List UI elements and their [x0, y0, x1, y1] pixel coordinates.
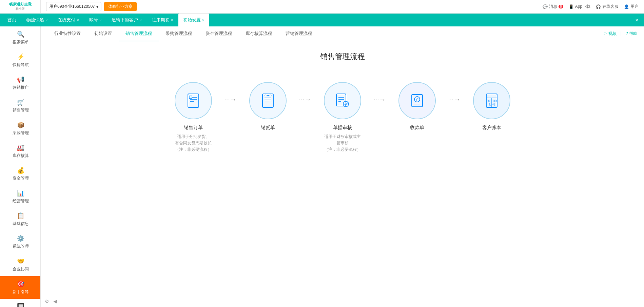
doc-review-icon	[334, 92, 351, 109]
sub-tab-purchase-flow[interactable]: 采购管理流程	[159, 26, 199, 41]
video-help-link[interactable]: ▷ 视频	[603, 31, 617, 37]
nav-tabs: 首页 物流快递 × 在线支付 × 账号 × 邀请下游客户 × 往来期初 × 初始…	[0, 14, 644, 26]
settings-bottom-icon[interactable]: ⚙	[45, 299, 49, 304]
inventory-icon: 🏭	[17, 144, 24, 151]
enterprise-coop-icon: 🤝	[17, 258, 24, 265]
nav-tab-home[interactable]: 首页	[3, 14, 21, 26]
sidebar-item-operations[interactable]: 📊 经营管理	[0, 185, 40, 208]
flow-item-receipt: ¥ 收款单	[390, 82, 444, 134]
message-link[interactable]: 💬 消息 6	[543, 4, 563, 9]
message-badge: 6	[559, 5, 563, 8]
help-link[interactable]: ? 帮助	[626, 31, 637, 37]
help-label: 帮助	[629, 31, 637, 36]
sidebar-item-sales-label: 销售管理	[13, 107, 29, 113]
system-icon: ⚙️	[17, 235, 24, 242]
flow-title-doc-review: 单据审核	[333, 125, 352, 131]
sidebar-item-purchase[interactable]: 📦 采购管理	[0, 117, 40, 140]
sidebar-item-operations-label: 经营管理	[13, 198, 29, 204]
sub-tab-inventory-flow-label: 库存核算流程	[246, 30, 272, 37]
sidebar-item-quick-nav[interactable]: ⚡ 快捷导航	[0, 49, 40, 72]
sales-order-icon	[184, 92, 202, 109]
flow-title-receipt: 收款单	[410, 125, 424, 131]
sidebar-item-app-center[interactable]: 🔲 应用中心	[0, 299, 40, 307]
sidebar-item-finance[interactable]: 💰 资金管理	[0, 163, 40, 185]
sidebar-item-basic-info-label: 基础信息	[13, 221, 29, 227]
nav-tab-init-close[interactable]: ×	[202, 18, 204, 22]
customer-ledger-icon: ¥ 123 收 付	[483, 92, 501, 109]
online-service-label: 在线客服	[602, 4, 619, 9]
logo-subtitle: 标准版	[16, 7, 25, 11]
sub-tab-purchase-flow-label: 采购管理流程	[165, 30, 192, 37]
basic-info-icon: 📋	[17, 212, 24, 220]
nav-tab-invite[interactable]: 邀请下游客户 ×	[107, 14, 146, 26]
nav-tab-payment-label: 在线支付	[58, 17, 75, 23]
sidebar-item-new-guide[interactable]: 🎯 新手引导	[0, 276, 40, 299]
sub-tabs-left: 行业特性设置 初始设置 销售管理流程 采购管理流程 资金管理流程 库存核算流程	[47, 26, 319, 41]
sub-tab-marketing-flow-label: 营销管理流程	[286, 30, 312, 37]
nav-tab-init[interactable]: 初始设置 ×	[178, 14, 209, 26]
chevron-down-icon: ▾	[96, 4, 98, 9]
quick-nav-icon: ⚡	[17, 53, 24, 61]
sidebar-item-search-label: 搜索菜单	[13, 39, 29, 45]
marketing-icon: 📢	[17, 76, 24, 83]
user-avatar-icon: 👤	[624, 4, 629, 9]
close-all-tabs[interactable]: ✕	[632, 18, 641, 23]
flow-item-sales-invoice: 销货单	[241, 82, 295, 134]
nav-tab-payment-close[interactable]: ×	[77, 18, 79, 22]
user-label: 用户	[630, 4, 639, 9]
nav-tab-period-label: 往来期初	[152, 17, 170, 23]
nav-tab-payment[interactable]: 在线支付 ×	[53, 14, 83, 26]
nav-tab-invite-label: 邀请下游客户	[112, 17, 138, 23]
online-service-link[interactable]: 🎧 在线客服	[596, 4, 619, 9]
sidebar-item-sales[interactable]: 🛒 销售管理	[0, 95, 40, 117]
sidebar-item-new-guide-label: 新手引导	[13, 289, 29, 295]
new-guide-icon: 🎯	[17, 280, 24, 288]
receipt-icon: ¥	[408, 92, 426, 109]
sidebar-item-system[interactable]: ⚙️ 系统管理	[0, 231, 40, 253]
nav-tab-invite-close[interactable]: ×	[139, 18, 141, 22]
sub-tab-sales-flow[interactable]: 销售管理流程	[119, 26, 159, 41]
svg-text:收: 收	[488, 103, 491, 106]
sidebar: 🔍 搜索菜单 ⚡ 快捷导航 📢 营销推广 🛒 销售管理 📦 采购管理 🏭 库存核…	[0, 26, 41, 307]
purchase-icon: 📦	[17, 121, 24, 129]
message-icon: 💬	[543, 4, 548, 9]
app-download-link[interactable]: 📱 App下载	[569, 4, 590, 9]
svg-rect-4	[189, 96, 192, 99]
finance-icon: 💰	[17, 167, 24, 174]
nav-tab-logistics-label: 物流快递	[26, 17, 44, 23]
flow-item-doc-review: 单据审核 适用于财务审核或主管审核（注：非必要流程）	[315, 82, 370, 153]
sub-tab-inventory-flow[interactable]: 库存核算流程	[239, 26, 279, 41]
sidebar-item-marketing[interactable]: 📢 营销推广	[0, 72, 40, 95]
user-selector[interactable]: 用户690企业1660120507 ▾	[46, 2, 101, 11]
nav-tab-init-label: 初始设置	[183, 17, 201, 23]
sidebar-item-inventory[interactable]: 🏭 库存核算	[0, 140, 40, 163]
operations-icon: 📊	[17, 189, 24, 197]
header-left: 用户690企业1660120507 ▾ 体验行业方案	[46, 2, 137, 11]
sidebar-item-finance-label: 资金管理	[13, 176, 29, 181]
trial-button[interactable]: 体验行业方案	[104, 2, 137, 11]
flow-arrow-2: ···→	[295, 82, 315, 103]
flow-item-customer-ledger: ¥ 123 收 付 客户账本	[465, 82, 519, 134]
sub-tab-finance-flow[interactable]: 资金管理流程	[199, 26, 239, 41]
sub-tab-marketing-flow[interactable]: 营销管理流程	[279, 26, 319, 41]
video-label: 视频	[608, 31, 617, 36]
nav-tab-period-close[interactable]: ×	[171, 18, 173, 22]
nav-tab-logistics[interactable]: 物流快递 ×	[22, 14, 52, 26]
nav-tab-period[interactable]: 往来期初 ×	[147, 14, 178, 26]
flow-circle-doc-review	[324, 82, 361, 119]
flow-title-sales-invoice: 销货单	[261, 125, 275, 131]
flow-desc-doc-review: 适用于财务审核或主管审核（注：非必要流程）	[324, 134, 361, 153]
sidebar-item-search[interactable]: 🔍 搜索菜单	[0, 26, 40, 49]
sub-tab-industry[interactable]: 行业特性设置	[47, 26, 87, 41]
nav-tab-logistics-close[interactable]: ×	[45, 18, 47, 22]
sub-tab-init[interactable]: 初始设置	[87, 26, 119, 41]
collapse-icon[interactable]: ◀	[53, 299, 57, 304]
svg-text:付: 付	[492, 103, 495, 106]
nav-tab-account-close[interactable]: ×	[99, 18, 101, 22]
sidebar-item-basic-info[interactable]: 📋 基础信息	[0, 208, 40, 231]
sub-tab-sales-flow-label: 销售管理流程	[125, 30, 152, 37]
user-link[interactable]: 👤 用户	[624, 4, 639, 9]
search-icon: 🔍	[17, 30, 24, 38]
sidebar-item-enterprise-coop[interactable]: 🤝 企业协同	[0, 253, 40, 276]
nav-tab-account[interactable]: 账号 ×	[84, 14, 106, 26]
